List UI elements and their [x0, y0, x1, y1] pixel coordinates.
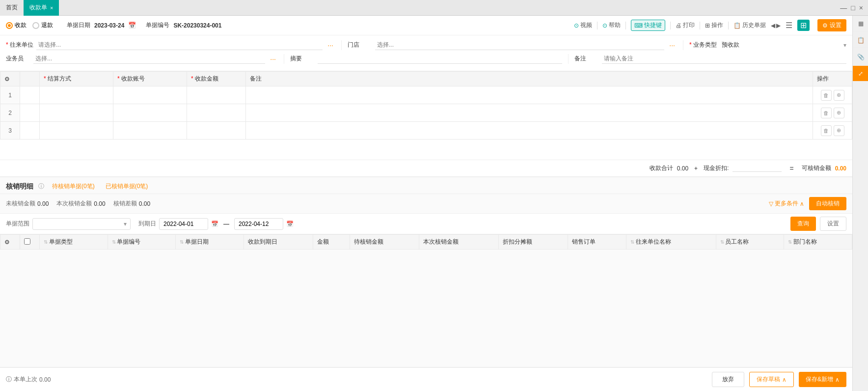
- biz-type-dropdown-icon[interactable]: ▾: [843, 42, 846, 49]
- save-new-btn[interactable]: 保存&新增 ∧: [799, 372, 846, 387]
- shop-more-icon[interactable]: ···: [667, 41, 677, 49]
- row-num-3: 3: [0, 122, 20, 140]
- row-2-settlement[interactable]: [40, 104, 113, 122]
- filter-date-from[interactable]: [159, 218, 208, 230]
- summary-field: 摘要: [290, 54, 562, 64]
- staff-field: 业务员 ···: [6, 54, 278, 64]
- prev-arrow[interactable]: ◀: [771, 22, 775, 29]
- row-1-amount[interactable]: [187, 86, 246, 104]
- partner-more-icon[interactable]: ···: [326, 41, 335, 49]
- writeoff-info-icon[interactable]: ⓘ: [38, 182, 44, 191]
- query-btn[interactable]: 查询: [790, 217, 816, 231]
- sep3: [284, 54, 284, 64]
- partner-input[interactable]: [36, 40, 323, 50]
- row-2-delete-icon[interactable]: 🗑: [821, 108, 832, 118]
- filter-range-select-wrap: [32, 218, 131, 230]
- layout-list-icon[interactable]: ☰: [786, 21, 792, 30]
- toolbar-right: ⊙ 视频 ⊙ 帮助 ⌨ 快捷键 🖨 打印 ⊞ 操作: [574, 20, 810, 31]
- filter-date-to[interactable]: [234, 218, 283, 230]
- data-table-section: ⚙ 结算方式 收款账号 收款金额 备注 操作 1: [0, 71, 852, 160]
- writeoff-tab-pending[interactable]: 待核销单据(0笔): [49, 181, 98, 192]
- expand-icon: ⤢: [858, 70, 863, 77]
- row-1-copy-icon[interactable]: ⊕: [834, 90, 844, 101]
- auto-writeoff-btn[interactable]: 自动核销: [809, 197, 846, 210]
- history-btn[interactable]: 📋 历史单据: [733, 21, 766, 29]
- layout-grid-icon[interactable]: ⊞: [797, 20, 810, 31]
- remark-field: 备注: [574, 54, 846, 64]
- sidebar-icon-table[interactable]: ▦: [853, 16, 868, 31]
- row-3-amount[interactable]: [187, 122, 246, 140]
- save-draft-btn[interactable]: 保存草稿 ∧: [749, 372, 794, 387]
- col-partner-header: 往来单位名称: [626, 235, 716, 250]
- table-row: 3 🗑 ⊕: [0, 122, 852, 140]
- attach-icon: 📎: [857, 54, 865, 60]
- form-section: 往来单位 ··· 门店 ··· 业务类型 预收款 ▾ 业务员 ···: [0, 35, 852, 71]
- settings-button[interactable]: ⚙ 设置: [817, 19, 846, 31]
- col-staff-header: 员工名称: [716, 235, 784, 250]
- maximize-icon[interactable]: □: [851, 4, 855, 12]
- col-settings-icon[interactable]: ⚙: [4, 239, 10, 246]
- sidebar-icon-doc[interactable]: 📋: [853, 32, 868, 48]
- col-settings-header[interactable]: ⚙: [0, 72, 20, 86]
- sidebar-icon-expand[interactable]: ⤢: [853, 66, 868, 82]
- operation-btn[interactable]: ⊞ 操作: [705, 21, 723, 29]
- shortcut-btn[interactable]: ⌨ 快捷键: [631, 20, 665, 31]
- tab-close-icon[interactable]: ×: [50, 5, 53, 11]
- tab-receipt[interactable]: 收款单 ×: [24, 0, 59, 16]
- row-1-settlement[interactable]: [40, 86, 113, 104]
- calendar-from-icon[interactable]: 📅: [211, 221, 218, 227]
- filter-range-select[interactable]: [32, 218, 131, 230]
- help-btn[interactable]: ⊙ 帮助: [602, 21, 621, 29]
- divider1: [597, 22, 597, 29]
- minimize-icon[interactable]: —: [840, 4, 847, 12]
- col-doc-type-header: 单据类型: [40, 235, 108, 250]
- col-settlement-header: 结算方式: [40, 72, 113, 86]
- discount-input[interactable]: [732, 165, 782, 172]
- staff-more-icon[interactable]: ···: [268, 55, 278, 63]
- writeoff-tab-done[interactable]: 已核销单据(0笔): [103, 181, 151, 192]
- row-1-action: 🗑 ⊕: [813, 86, 852, 104]
- row-3-remark[interactable]: [246, 122, 813, 140]
- row-2-remark[interactable]: [246, 104, 813, 122]
- shop-input[interactable]: [375, 40, 664, 50]
- row-1-delete-icon[interactable]: 🗑: [821, 90, 832, 101]
- doc-info: 单据日期 2023-03-24 📅 单据编号 SK-20230324-001: [67, 21, 221, 29]
- select-all-checkbox[interactable]: [24, 238, 30, 245]
- video-btn[interactable]: ⊙ 视频: [574, 21, 592, 29]
- abandon-btn[interactable]: 放弃: [712, 372, 744, 387]
- calendar-to-icon[interactable]: 📅: [286, 221, 294, 227]
- close-icon[interactable]: ×: [859, 4, 863, 12]
- row-3-account[interactable]: [113, 122, 187, 140]
- col-check-header: ⚙: [0, 235, 20, 250]
- tab-home[interactable]: 首页: [0, 0, 24, 16]
- top-toolbar: 收款 退款 单据日期 2023-03-24 📅 单据编号 SK-20230324…: [0, 16, 852, 35]
- row-2-amount[interactable]: [187, 104, 246, 122]
- row-1-account[interactable]: [113, 86, 187, 104]
- stat-current: 本次核销金额 0.00: [56, 199, 105, 208]
- row-2-copy-icon[interactable]: ⊕: [834, 108, 844, 118]
- writeoff-stats: 未核销金额 0.00 本次核销金额 0.00 核销差额 0.00 ▽ 更多条件 …: [0, 194, 852, 213]
- radio-refund[interactable]: 退款: [32, 21, 53, 29]
- row-3-settlement[interactable]: [40, 122, 113, 140]
- writeoff-settings-btn[interactable]: 设置: [820, 217, 846, 231]
- col-doc-num-header: 单据编号: [108, 235, 176, 250]
- staff-input[interactable]: [33, 54, 265, 64]
- row-1-remark[interactable]: [246, 86, 813, 104]
- writeoff-table: ⚙ 单据类型 单据编号 单据日期 收款到期日 金额 待核销金额 本次核销金额 折…: [0, 234, 852, 250]
- next-arrow[interactable]: ▶: [776, 22, 781, 29]
- more-conditions-btn[interactable]: ▽ 更多条件 ∧: [769, 199, 804, 208]
- gear-icon: ⚙: [822, 22, 828, 29]
- footer-info-icon[interactable]: ⓘ: [6, 375, 12, 384]
- col-num-header: [20, 72, 40, 86]
- row-2-account[interactable]: [113, 104, 187, 122]
- remark-input[interactable]: [602, 54, 846, 64]
- print-btn[interactable]: 🖨 打印: [676, 21, 695, 29]
- sidebar-icon-attach[interactable]: 📎: [853, 49, 868, 65]
- date-picker-icon[interactable]: 📅: [128, 22, 136, 29]
- col-pending-header: 待核销金额: [350, 235, 419, 250]
- row-3-delete-icon[interactable]: 🗑: [821, 125, 832, 136]
- row-3-copy-icon[interactable]: ⊕: [834, 125, 844, 136]
- summary-input[interactable]: [318, 54, 562, 64]
- radio-receipt[interactable]: 收款: [6, 21, 27, 29]
- partner-field: 往来单位 ···: [6, 40, 335, 50]
